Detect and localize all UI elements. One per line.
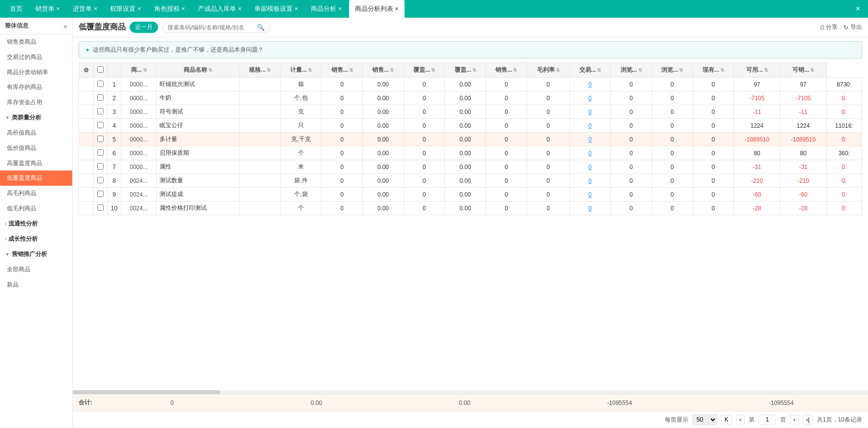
nav-purchase-order[interactable]: 进货单 ×: [67, 0, 103, 18]
row-select-checkbox[interactable]: [97, 149, 104, 156]
trade-link[interactable]: 0: [589, 191, 592, 198]
trade-link[interactable]: 0: [589, 109, 592, 115]
sidebar-section-circulation[interactable]: › 流通性分析: [0, 216, 72, 231]
row-checkbox[interactable]: [94, 174, 108, 188]
nav-template-settings[interactable]: 单据模板设置 ×: [248, 0, 304, 18]
row-select-checkbox[interactable]: [97, 191, 104, 197]
trade-link[interactable]: 0: [589, 150, 592, 157]
sidebar-item-low-value[interactable]: 低价值商品: [0, 141, 72, 156]
nav-sales-order[interactable]: 销货单 ×: [29, 0, 66, 18]
sidebar-item-high-value[interactable]: 高价值商品: [0, 125, 72, 141]
sidebar-section-marketing[interactable]: ▼ 营销推广分析: [0, 247, 72, 262]
sidebar-collapse-button[interactable]: «: [63, 22, 67, 30]
trade-link[interactable]: 0: [589, 164, 592, 171]
row-checkbox[interactable]: [94, 160, 108, 174]
select-all-checkbox[interactable]: [97, 66, 104, 73]
row-select-checkbox[interactable]: [97, 136, 104, 142]
col-trade-header[interactable]: 交易...⇅: [570, 63, 611, 78]
row-select-checkbox[interactable]: [97, 177, 104, 183]
row-browse1: 0: [611, 91, 652, 105]
share-button[interactable]: ⎙ 分享: [820, 23, 838, 31]
trade-link[interactable]: 0: [589, 95, 592, 102]
col-gross-rate-header[interactable]: 毛利率⇅: [527, 63, 570, 78]
first-page-button[interactable]: K: [721, 415, 732, 425]
row-select-checkbox[interactable]: [97, 122, 104, 128]
export-button[interactable]: ↻ 导出: [843, 23, 862, 31]
row-code: 0024...: [121, 201, 157, 215]
col-settings[interactable]: ⚙: [79, 63, 94, 78]
row-select-checkbox[interactable]: [97, 108, 104, 114]
row-checkbox[interactable]: [94, 78, 108, 91]
next-page-button[interactable]: ›: [790, 415, 799, 425]
sidebar-item-category-sales-rate[interactable]: 商品分类动销率: [0, 65, 72, 80]
col-sellable-header[interactable]: 可销...⇅: [780, 63, 826, 78]
sidebar-item-new-goods[interactable]: 新品: [0, 277, 72, 292]
row-checkbox[interactable]: [94, 146, 108, 160]
nav-role-auth[interactable]: 角色授权 ×: [148, 0, 191, 18]
row-sales-cnt: 0: [486, 188, 527, 201]
col-unit-header[interactable]: 计量...⇅: [280, 63, 322, 78]
row-sales-qty: 0: [322, 78, 363, 91]
col-available-header[interactable]: 可用...⇅: [734, 63, 780, 78]
col-sales-cnt-header[interactable]: 销售...⇅: [486, 63, 527, 78]
row-name: 属性价格打印测试: [157, 201, 240, 215]
sidebar-item-inventory-capital[interactable]: 库存资金占用: [0, 95, 72, 110]
trade-link[interactable]: 0: [589, 136, 592, 143]
trade-link[interactable]: 0: [589, 177, 592, 184]
col-checkbox-header[interactable]: [94, 63, 108, 78]
sidebar-item-sales-goods[interactable]: 销售类商品: [0, 34, 72, 50]
col-code-header[interactable]: 商...⇅: [121, 63, 157, 78]
sidebar-item-traded-goods[interactable]: 交易过的商品: [0, 50, 72, 65]
col-sales-qty-header[interactable]: 销售...⇅: [322, 63, 363, 78]
col-current-header[interactable]: 现有...⇅: [693, 63, 734, 78]
row-select-checkbox[interactable]: [97, 81, 104, 87]
trade-link[interactable]: 0: [589, 81, 592, 88]
page-size-select[interactable]: 50 100 200: [692, 414, 717, 425]
sidebar-item-high-coverage[interactable]: 高覆盖度商品: [0, 156, 72, 171]
nav-home[interactable]: 首页: [4, 0, 28, 18]
col-spec-header[interactable]: 规格...⇅: [240, 63, 281, 78]
row-checkbox[interactable]: [94, 119, 108, 133]
horizontal-scrollbar[interactable]: [73, 390, 868, 394]
col-browse1-header[interactable]: 浏览...⇅: [611, 63, 652, 78]
row-browse2: 0: [651, 133, 693, 146]
row-select-checkbox[interactable]: [97, 94, 104, 101]
col-cover-qty-header[interactable]: 覆盖...⇅: [404, 63, 445, 78]
sidebar-item-low-coverage[interactable]: 低覆盖度商品: [0, 171, 72, 186]
sidebar-item-in-stock-goods[interactable]: 有库存的商品: [0, 80, 72, 95]
row-select-checkbox[interactable]: [97, 163, 104, 170]
col-browse2-header[interactable]: 浏览...⇅: [651, 63, 693, 78]
nav-product-inbound[interactable]: 产成品入库单 ×: [192, 0, 247, 18]
row-checkbox[interactable]: [94, 105, 108, 119]
page-input[interactable]: [759, 415, 776, 425]
row-checkbox[interactable]: [94, 188, 108, 201]
col-sales-amt-header[interactable]: 销售...⇅: [363, 63, 404, 78]
sidebar-item-high-profit[interactable]: 高毛利商品: [0, 186, 72, 201]
search-input[interactable]: [167, 24, 255, 31]
nav-product-analysis-list[interactable]: 商品分析列表 ×: [349, 0, 405, 18]
close-all-tabs-button[interactable]: ×: [852, 4, 864, 13]
sidebar-item-all-goods[interactable]: 全部商品: [0, 262, 72, 277]
sidebar-section-group-analysis[interactable]: ▼ 类群量分析: [0, 110, 72, 125]
col-name-header[interactable]: 商品名称⇅: [157, 63, 240, 78]
trade-link[interactable]: 0: [589, 122, 592, 129]
row-checkbox[interactable]: [94, 91, 108, 105]
row-settings: [79, 133, 94, 146]
row-current: 0: [693, 201, 734, 215]
row-select-checkbox[interactable]: [97, 204, 104, 211]
last-page-button[interactable]: ›|: [803, 415, 813, 425]
sidebar-section-growth[interactable]: › 成长性分析: [0, 231, 72, 247]
prev-page-button[interactable]: ‹: [736, 415, 745, 425]
nav-product-analysis[interactable]: 商品分析 ×: [305, 0, 348, 18]
nav-permission-settings[interactable]: 权限设置 ×: [104, 0, 147, 18]
trade-link[interactable]: 0: [589, 205, 592, 212]
row-checkbox[interactable]: [94, 133, 108, 146]
sidebar-item-low-profit[interactable]: 低毛利商品: [0, 201, 72, 216]
scrollbar-thumb[interactable]: [73, 390, 220, 394]
row-cover-amt: 0.00: [445, 188, 486, 201]
page-of-label: 页: [780, 416, 786, 424]
row-checkbox[interactable]: [94, 201, 108, 215]
col-cover-amt-header[interactable]: 覆盖...⇅: [445, 63, 486, 78]
row-available: -7105: [734, 91, 780, 105]
time-filter-recent-month[interactable]: 近一月: [130, 22, 158, 33]
